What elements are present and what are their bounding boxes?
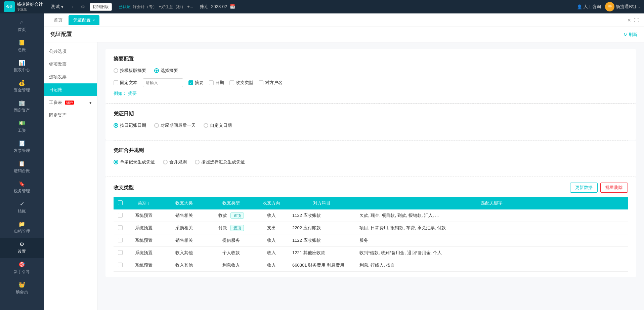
radio-aggregate[interactable]: 按照选择汇总生成凭证 <box>195 159 245 165</box>
radio-single-record[interactable]: 单条记录生成凭证 <box>114 159 155 165</box>
row-account-3: 1221 其他应收款 <box>288 247 355 259</box>
example-text: 例如： 摘要 <box>114 90 628 96</box>
summary-config-section: 摘要配置 按模板版摘要 选择摘要 <box>105 49 636 104</box>
left-nav-sales-invoice[interactable]: 销项发票 <box>44 58 97 71</box>
logo-sub: 专业版 <box>17 7 43 12</box>
update-data-button[interactable]: 更新数据 <box>570 183 598 193</box>
topbar: 会计 畅捷通好会计 专业版 测试 ▾ + ⚙ 切到旧版 已认证 好会计（专） +… <box>0 0 644 13</box>
user-menu[interactable]: 帮 畅捷通B组... <box>605 2 640 11</box>
ledger-icon: 📒 <box>18 39 25 46</box>
page-header: 凭证配置 ↻ 刷新 <box>44 27 644 42</box>
sidebar-item-settings[interactable]: ⚙ 设置 <box>0 238 44 258</box>
radio-merge-rule[interactable]: 合并规则 <box>163 159 187 165</box>
new-badge: NEW <box>65 101 74 105</box>
sidebar-item-ledger[interactable]: 📒 总账 <box>0 36 44 56</box>
main-layout: ⌂ 首页 📒 总账 📊 报表中心 💰 资金管理 🏢 固定资产 💵 工资 🧾 发票… <box>0 13 644 310</box>
income-expense-section: 收支类型 更新数据 批量删除 类别 ↓ 收支大类 <box>105 177 636 277</box>
th-checkbox[interactable] <box>114 197 127 209</box>
row-account-0: 1122 应收账款 <box>288 209 355 222</box>
company-selector[interactable]: 测试 ▾ <box>51 4 63 10</box>
consult-button[interactable]: 👤 人工咨询 <box>577 4 601 10</box>
checkbox-summary[interactable]: ✓ 摘要 <box>188 80 204 86</box>
th-category[interactable]: 类别 ↓ <box>127 197 161 209</box>
reports-icon: 📊 <box>18 60 25 66</box>
row-checkbox-4[interactable] <box>114 259 127 272</box>
good-biz-status: +好生意（标） <box>159 4 185 10</box>
sidebar-item-purchase-sales[interactable]: 📋 进销台账 <box>0 157 44 177</box>
income-expense-title: 收支类型 <box>114 185 134 191</box>
row-checkbox-0[interactable] <box>114 209 127 222</box>
sidebar-item-salary[interactable]: 💵 工资 <box>0 117 44 137</box>
row-type-2: 提供服务 <box>208 234 255 247</box>
fixed-text-input[interactable] <box>143 78 183 87</box>
calendar-icon[interactable]: 📅 <box>230 4 235 9</box>
row-account-1: 2202 应付账款 <box>288 222 355 234</box>
avatar: 帮 <box>605 2 614 11</box>
sidebar-item-archive[interactable]: 📁 归档管理 <box>0 218 44 238</box>
sidebar-item-home[interactable]: ⌂ 首页 <box>0 16 44 36</box>
radio-period-last-day[interactable]: 对应期间最后一天 <box>154 122 196 128</box>
tab-right-actions: ✕ ⛶ <box>627 17 639 23</box>
th-main-type: 收支大类 <box>161 197 208 209</box>
checkbox-date[interactable]: 日期 <box>209 80 224 86</box>
tab-voucher-config[interactable]: 凭证配置 × <box>69 15 99 25</box>
sidebar-item-invoice-mgmt[interactable]: 🧾 发票管理 <box>0 137 44 157</box>
checkbox-fixed-text[interactable]: 固定文本 <box>114 80 137 86</box>
certified-status: 已认证 <box>119 4 131 10</box>
radio-custom-date[interactable]: 自定义日期 <box>204 122 232 128</box>
switch-version-button[interactable]: 切到旧版 <box>90 3 112 11</box>
tab-close-icon[interactable]: × <box>93 18 95 22</box>
batch-delete-button[interactable]: 批量删除 <box>600 183 628 193</box>
row-keywords-2: 服务 <box>355 234 628 247</box>
table-row: 系统预置 销售相关 收款 置顶 收入 1122 应收账款 欠款, 现金, 项目款… <box>114 209 628 222</box>
row-direction-2: 收入 <box>255 234 288 247</box>
type-tag-0[interactable]: 置顶 <box>230 212 244 219</box>
topbar-right: 👤 人工咨询 帮 畅捷通B组... <box>577 2 640 11</box>
voucher-date-section: 凭证日期 按日记账日期 对应期间最后一天 <box>105 104 636 140</box>
row-keywords-1: 项目, 日常费用, 报销款, 车费, 承兑汇票, 付款 <box>355 222 628 234</box>
radio-template-summary[interactable]: 按模板版摘要 <box>114 68 146 74</box>
left-nav-public[interactable]: 公共选项 <box>44 45 97 58</box>
settings-button[interactable]: ⚙ <box>79 3 87 11</box>
archive-icon: 📁 <box>18 221 25 227</box>
add-button[interactable]: + <box>70 3 76 11</box>
sidebar-item-settle[interactable]: ✔ 结账 <box>0 197 44 218</box>
newbie-icon: 🎯 <box>18 261 25 268</box>
row-category-2: 系统预置 <box>127 234 161 247</box>
radio-select-summary[interactable]: 选择摘要 <box>154 68 178 74</box>
row-checkbox-3[interactable] <box>114 247 127 259</box>
row-type-0: 收款 置顶 <box>208 209 255 222</box>
tab-close-button[interactable]: ✕ <box>627 17 631 23</box>
table-header: 类别 ↓ 收支大类 收支类型 收支方向 对方科目 匹配关键字 <box>114 197 628 209</box>
tab-home[interactable]: 首页 <box>49 15 67 25</box>
tab-expand-button[interactable]: ⛶ <box>634 17 639 23</box>
row-type-3: 个人收款 <box>208 247 255 259</box>
row-type-1: 付款 置顶 <box>208 222 255 234</box>
refresh-button[interactable]: ↻ 刷新 <box>624 32 637 38</box>
sidebar-item-newbie[interactable]: 🎯 新手引导 <box>0 258 44 278</box>
left-nav: 公共选项 销项发票 进项发票 日记账 工资表 NEW <box>44 42 97 310</box>
type-tag-1[interactable]: 置顶 <box>230 225 244 231</box>
content-area: 首页 凭证配置 × ✕ ⛶ 凭证配置 ↻ 刷新 <box>44 13 644 310</box>
member-icon: 👑 <box>18 281 25 288</box>
left-nav-journal[interactable]: 日记账 <box>44 83 97 96</box>
topbar-actions: + ⚙ 切到旧版 <box>70 3 112 11</box>
merge-rules-title: 凭证合并规则 <box>114 147 628 154</box>
checkbox-counterparty[interactable]: 对方户名 <box>259 80 283 86</box>
sidebar-item-assets[interactable]: 🏢 固定资产 <box>0 96 44 117</box>
sidebar-item-reports[interactable]: 📊 报表中心 <box>0 56 44 76</box>
left-nav-fixed-assets[interactable]: 固定资产 <box>44 109 97 122</box>
sidebar-item-funds[interactable]: 💰 资金管理 <box>0 76 44 96</box>
row-category-1: 系统预置 <box>127 222 161 234</box>
left-nav-payroll-table[interactable]: 工资表 NEW ▾ <box>44 96 97 109</box>
row-category-3: 系统预置 <box>127 247 161 259</box>
voucher-date-title: 凭证日期 <box>114 111 628 117</box>
radio-journal-date[interactable]: 按日记账日期 <box>114 122 146 128</box>
left-nav-purchase-invoice[interactable]: 进项发票 <box>44 71 97 83</box>
checkbox-type[interactable]: 收支类型 <box>229 80 253 86</box>
salary-icon: 💵 <box>18 120 25 126</box>
sidebar-item-member[interactable]: 👑 畅会员 <box>0 278 44 298</box>
row-checkbox-1[interactable] <box>114 222 127 234</box>
row-checkbox-2[interactable] <box>114 234 127 247</box>
sidebar-item-tax[interactable]: 🔖 税务管理 <box>0 177 44 197</box>
